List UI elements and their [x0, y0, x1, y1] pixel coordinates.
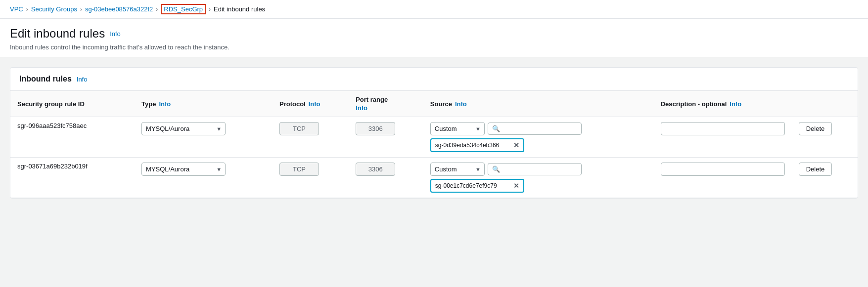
source-cell-1: Custom Anywhere-IPv4 Anywhere-IPv6 My IP… — [423, 158, 654, 198]
panel-header: Inbound rules Info — [10, 68, 858, 91]
panel-info-link[interactable]: Info — [77, 76, 88, 83]
col-port-info-link[interactable]: Info — [356, 104, 416, 112]
search-icon-1: 🔍 — [492, 165, 500, 173]
source-select-wrapper-0: Custom Anywhere-IPv4 Anywhere-IPv6 My IP… — [430, 122, 485, 135]
source-tag-close-0[interactable]: ✕ — [513, 141, 519, 149]
page-title: Edit inbound rules — [10, 27, 105, 41]
protocol-input-0 — [279, 122, 319, 135]
desc-input-1[interactable] — [661, 163, 785, 176]
col-header-description: Description - optional Info — [654, 91, 792, 117]
source-top-1: Custom Anywhere-IPv4 Anywhere-IPv6 My IP… — [430, 163, 647, 176]
search-icon-0: 🔍 — [492, 125, 500, 132]
source-select-0[interactable]: Custom Anywhere-IPv4 Anywhere-IPv6 My IP — [430, 122, 485, 135]
source-tag-box-1: sg-00e1c7cd6e7ef9c79 ✕ — [430, 179, 524, 193]
port-input-0 — [356, 122, 395, 135]
col-header-type: Type Info — [135, 91, 273, 117]
col-header-action — [792, 91, 858, 117]
breadcrumb-rds-secgrp[interactable]: RDS_SecGrp — [161, 4, 206, 14]
desc-input-0[interactable] — [661, 122, 785, 135]
protocol-cell-1 — [273, 158, 349, 198]
col-header-source: Source Info — [423, 91, 654, 117]
type-select-wrapper-1: MYSQL/Aurora Custom TCP Custom UDP All t… — [141, 163, 226, 176]
action-cell-0: Delete — [792, 117, 858, 158]
type-select-0[interactable]: MYSQL/Aurora Custom TCP Custom UDP All t… — [141, 122, 226, 135]
col-source-info-link[interactable]: Info — [455, 100, 467, 108]
page-header: Edit inbound rules Info Inbound rules co… — [0, 19, 868, 57]
source-search-box-0[interactable]: 🔍 — [488, 123, 582, 135]
source-select-wrapper-1: Custom Anywhere-IPv4 Anywhere-IPv6 My IP… — [430, 163, 485, 176]
col-header-port: Port range Info — [349, 91, 423, 117]
page-description: Inbound rules control the incoming traff… — [10, 43, 858, 51]
breadcrumb-sep-4: › — [209, 6, 211, 13]
port-cell-0 — [349, 117, 423, 158]
action-cell-1: Delete — [792, 158, 858, 198]
source-search-input-0[interactable] — [503, 125, 577, 132]
inbound-rules-panel: Inbound rules Info Security group rule I… — [10, 67, 858, 199]
source-tag-text-1: sg-00e1c7cd6e7ef9c79 — [435, 182, 497, 189]
protocol-input-1 — [279, 163, 319, 176]
protocol-cell-0 — [273, 117, 349, 158]
type-cell-1: MYSQL/Aurora Custom TCP Custom UDP All t… — [135, 158, 273, 198]
port-input-1 — [356, 163, 395, 176]
desc-cell-1 — [654, 158, 792, 198]
rule-id-text-1: sgr-03671a69b232b019f — [17, 163, 88, 170]
page-info-link[interactable]: Info — [110, 30, 121, 38]
rules-table: Security group rule ID Type Info Protoco… — [10, 91, 858, 198]
type-select-wrapper-0: MYSQL/Aurora Custom TCP Custom UDP All t… — [141, 122, 226, 135]
source-section-0: Custom Anywhere-IPv4 Anywhere-IPv6 My IP… — [430, 122, 647, 152]
panel-title: Inbound rules — [19, 75, 72, 83]
source-tag-close-1[interactable]: ✕ — [513, 182, 519, 190]
breadcrumb-sep-2: › — [80, 6, 82, 13]
table-header-row: Security group rule ID Type Info Protoco… — [10, 91, 858, 117]
breadcrumb-sep-3: › — [156, 6, 158, 13]
table-row: sgr-03671a69b232b019f MYSQL/Aurora Custo… — [10, 158, 858, 198]
source-tag-text-0: sg-0d39eda534c4eb366 — [435, 142, 499, 149]
col-protocol-info-link[interactable]: Info — [309, 100, 320, 108]
delete-button-1[interactable]: Delete — [799, 163, 832, 176]
col-type-info-link[interactable]: Info — [159, 100, 171, 108]
breadcrumb: VPC › Security Groups › sg-03ebee08576a3… — [0, 0, 868, 19]
breadcrumb-sep-1: › — [26, 6, 28, 13]
source-search-input-1[interactable] — [503, 165, 577, 173]
desc-cell-0 — [654, 117, 792, 158]
source-tag-box-0: sg-0d39eda534c4eb366 ✕ — [430, 138, 524, 152]
type-cell-0: MYSQL/Aurora Custom TCP Custom UDP All t… — [135, 117, 273, 158]
source-cell-0: Custom Anywhere-IPv4 Anywhere-IPv6 My IP… — [423, 117, 654, 158]
breadcrumb-current: Edit inbound rules — [214, 5, 265, 13]
breadcrumb-vpc[interactable]: VPC — [10, 5, 23, 13]
rule-id-cell-0: sgr-096aaa523fc758aec — [10, 117, 135, 158]
col-desc-info-link[interactable]: Info — [730, 100, 741, 108]
rule-id-cell-1: sgr-03671a69b232b019f — [10, 158, 135, 198]
breadcrumb-sg-id[interactable]: sg-03ebee08576a322f2 — [85, 5, 153, 13]
main-content: Inbound rules Info Security group rule I… — [0, 57, 868, 208]
port-cell-1 — [349, 158, 423, 198]
source-search-box-1[interactable]: 🔍 — [488, 163, 582, 175]
source-top-0: Custom Anywhere-IPv4 Anywhere-IPv6 My IP… — [430, 122, 647, 135]
source-select-1[interactable]: Custom Anywhere-IPv4 Anywhere-IPv6 My IP — [430, 163, 485, 176]
delete-button-0[interactable]: Delete — [799, 122, 832, 135]
type-select-1[interactable]: MYSQL/Aurora Custom TCP Custom UDP All t… — [141, 163, 226, 176]
source-section-1: Custom Anywhere-IPv4 Anywhere-IPv6 My IP… — [430, 163, 647, 193]
breadcrumb-security-groups[interactable]: Security Groups — [31, 5, 77, 13]
table-row: sgr-096aaa523fc758aec MYSQL/Aurora Custo… — [10, 117, 858, 158]
col-header-protocol: Protocol Info — [273, 91, 349, 117]
rule-id-text-0: sgr-096aaa523fc758aec — [17, 122, 87, 129]
col-header-rule-id: Security group rule ID — [10, 91, 135, 117]
